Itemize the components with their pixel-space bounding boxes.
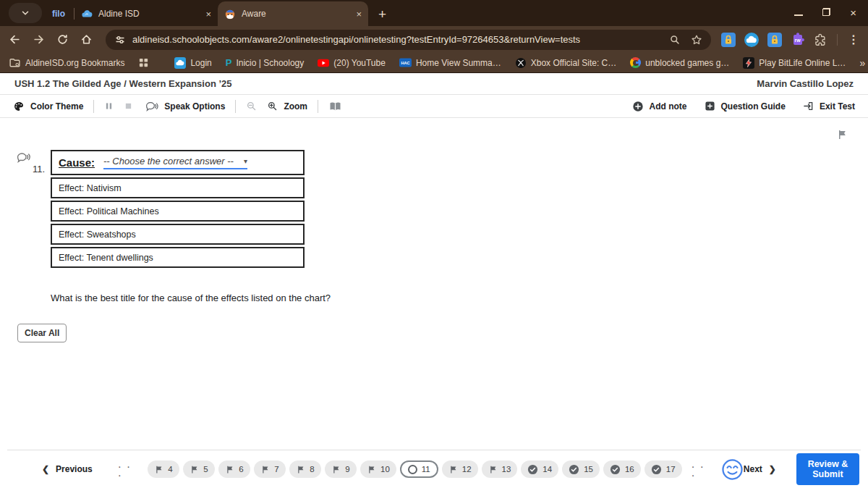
question-pill-6[interactable]: 6 (218, 460, 250, 478)
cloud-extension-icon[interactable] (744, 33, 759, 47)
ellipsis-left[interactable]: . . . (119, 460, 132, 478)
question-guide-button[interactable]: Question Guide (705, 101, 786, 112)
aware-favicon (224, 8, 236, 20)
close-tab-icon[interactable]: × (356, 9, 362, 19)
tab-aldine-isd[interactable]: Aldine ISD × (75, 1, 218, 26)
ellipsis-right[interactable]: . . . (692, 460, 705, 478)
tab-search-button[interactable] (9, 3, 42, 23)
search-icon[interactable] (669, 34, 681, 46)
color-theme-label: Color Theme (30, 101, 83, 112)
current-circle-icon (408, 465, 417, 474)
extensions-row: rw (721, 33, 827, 47)
answer-dropdown[interactable]: -- Choose the correct answer -- ▾ (103, 156, 247, 169)
check-icon (651, 464, 662, 475)
bookmark-xbox[interactable]: Xbox Official Site: C… (515, 57, 617, 69)
question-pill-14[interactable]: 14 (521, 460, 558, 478)
bookmark-login[interactable]: Login (174, 57, 211, 69)
close-window-button[interactable]: × (850, 7, 856, 18)
forward-button[interactable] (33, 33, 45, 46)
tab-title: Aldine ISD (98, 9, 140, 19)
pill-number: 16 (625, 465, 634, 474)
question-pill-9[interactable]: 9 (325, 460, 357, 478)
mood-feedback-button[interactable] (721, 458, 744, 481)
url-text[interactable]: aldineisd.schoolobjects.com/aware2/onlin… (132, 34, 662, 45)
window-controls: × (794, 6, 868, 26)
reload-button[interactable] (56, 33, 69, 46)
flag-question-button[interactable] (836, 129, 848, 143)
question-pill-8[interactable]: 8 (289, 460, 321, 478)
readwrite-extension-icon[interactable]: rw (791, 33, 805, 47)
flag-icon (260, 465, 270, 474)
lock-extension-icon[interactable] (721, 33, 736, 47)
bookmark-youtube[interactable]: (20) YouTube (318, 57, 386, 69)
tab-aware[interactable]: Aware × (218, 1, 368, 26)
restore-button[interactable] (822, 6, 830, 19)
zoom-label: Zoom (284, 101, 307, 112)
site-settings-icon[interactable] (114, 34, 126, 46)
question-pill-4[interactable]: 4 (148, 460, 179, 478)
svg-text:rw: rw (795, 38, 801, 43)
zoom-in-icon[interactable] (267, 101, 278, 112)
extensions-puzzle-icon[interactable] (814, 33, 827, 46)
clear-all-button[interactable]: Clear All (17, 324, 67, 342)
chevron-down-icon (20, 8, 30, 18)
question-prompt: What is the best title for the cause of … (51, 293, 331, 303)
hac-icon: HAC (399, 57, 412, 68)
next-label: Next (744, 464, 762, 474)
bookmark-label: (20) YouTube (333, 58, 386, 68)
palette-icon (13, 101, 25, 112)
bookmark-hac[interactable]: HAC Home View Summa… (399, 57, 501, 68)
close-tab-icon[interactable]: × (205, 9, 211, 19)
chevron-left-icon: ❮ (42, 464, 49, 474)
check-icon (527, 464, 538, 475)
question-pill-13[interactable]: 13 (482, 460, 518, 478)
bookmark-star-icon[interactable] (691, 34, 702, 46)
speak-options-button[interactable]: Speak Options (164, 101, 225, 112)
question-pill-list: 4 5 6 7 8 9 10 (148, 460, 682, 478)
lock-extension-2-icon[interactable] (767, 33, 782, 47)
browser-menu-icon[interactable]: ⋮ (848, 33, 859, 46)
stop-icon[interactable] (124, 101, 133, 111)
next-button[interactable]: Next ❯ (744, 464, 776, 474)
bookmark-label: Xbox Official Site: C… (531, 58, 617, 68)
back-button[interactable] (9, 33, 21, 46)
exit-test-button[interactable]: Exit Test (803, 101, 855, 112)
new-tab-button[interactable]: + (378, 7, 386, 21)
home-button[interactable] (80, 33, 93, 46)
question-pill-15[interactable]: 15 (562, 460, 600, 478)
dictionary-icon[interactable] (328, 101, 342, 112)
read-aloud-button[interactable] (16, 151, 31, 167)
pill-number: 4 (168, 465, 172, 474)
previous-button[interactable]: ❮ Previous (42, 464, 93, 474)
minimize-button[interactable] (794, 6, 803, 19)
bookmark-unblocked-games[interactable]: unblocked games g… (630, 57, 729, 68)
question-pill-17[interactable]: 17 (644, 460, 682, 478)
apps-grid-button[interactable] (138, 57, 149, 68)
minimize-icon (794, 14, 803, 16)
question-pill-16[interactable]: 16 (603, 460, 641, 478)
question-pill-11-current[interactable]: 11 (400, 460, 438, 478)
question-pill-12[interactable]: 12 (442, 460, 478, 478)
question-pill-5[interactable]: 5 (183, 460, 215, 478)
question-pill-7[interactable]: 7 (254, 460, 286, 478)
bookmark-schoology[interactable]: P Inicio | Schoology (226, 57, 305, 68)
bookmarks-overflow-icon[interactable]: » (859, 57, 865, 69)
pill-number: 15 (584, 465, 593, 474)
pause-icon[interactable] (104, 101, 114, 111)
speak-icon[interactable] (145, 101, 158, 112)
review-submit-button[interactable]: Review & Submit (796, 453, 859, 485)
test-header: USH 1.2 The Gilded Age / Western Expansi… (0, 73, 868, 95)
toolbar-separator (235, 100, 236, 113)
color-theme-button[interactable]: Color Theme (13, 101, 83, 112)
question-pill-10[interactable]: 10 (360, 460, 396, 478)
zoom-out-icon[interactable] (246, 101, 257, 112)
bookmark-bitlife[interactable]: Play BitLife Online L… (743, 57, 846, 69)
add-note-button[interactable]: Add note (632, 101, 687, 112)
browser-window: filo Aldine ISD × Aware × + (0, 0, 868, 488)
browser-toolbar: aldineisd.schoolobjects.com/aware2/onlin… (0, 26, 868, 53)
managed-bookmarks-folder[interactable]: AldineISD.org Bookmarks (9, 56, 124, 69)
apps-grid-icon (138, 57, 149, 68)
address-bar[interactable]: aldineisd.schoolobjects.com/aware2/onlin… (106, 30, 711, 50)
chevron-right-icon: ❯ (769, 464, 776, 474)
tab-group-label[interactable]: filo (52, 9, 65, 19)
